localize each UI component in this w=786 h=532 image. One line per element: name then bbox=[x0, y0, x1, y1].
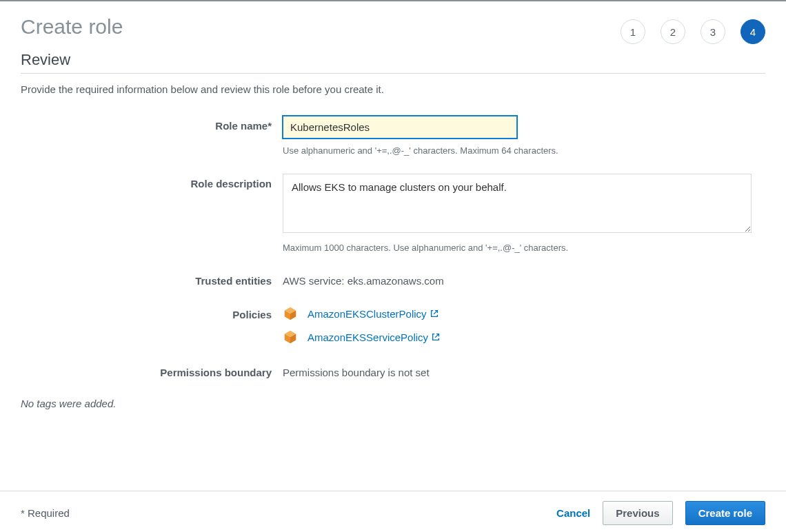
role-description-input[interactable]: Allows EKS to manage clusters on your be… bbox=[283, 174, 752, 233]
policy-link-text: AmazonEKSServicePolicy bbox=[308, 331, 428, 343]
permissions-boundary-value: Permissions boundary is not set bbox=[283, 362, 765, 378]
policy-item: AmazonEKSServicePolicy bbox=[283, 329, 765, 345]
wizard-stepper: 1 2 3 4 bbox=[621, 15, 765, 44]
step-2[interactable]: 2 bbox=[661, 19, 685, 44]
tags-note: No tags were added. bbox=[21, 398, 765, 409]
section-subtitle: Provide the required information below a… bbox=[21, 83, 765, 95]
section-title: Review bbox=[21, 51, 765, 73]
permissions-boundary-label: Permissions boundary bbox=[21, 362, 283, 378]
role-name-hint: Use alphanumeric and '+=,.@-_' character… bbox=[283, 145, 765, 156]
policy-link[interactable]: AmazonEKSServicePolicy bbox=[308, 331, 441, 343]
policy-box-icon bbox=[283, 306, 298, 321]
step-4[interactable]: 4 bbox=[740, 19, 765, 44]
external-link-icon bbox=[430, 309, 439, 318]
divider bbox=[21, 73, 765, 74]
cancel-button[interactable]: Cancel bbox=[556, 507, 590, 519]
policy-box-icon bbox=[283, 329, 298, 345]
trusted-entities-label: Trusted entities bbox=[21, 271, 283, 287]
role-description-hint: Maximum 1000 characters. Use alphanumeri… bbox=[283, 243, 765, 253]
step-1[interactable]: 1 bbox=[621, 19, 645, 44]
role-name-label: Role name* bbox=[21, 116, 283, 132]
policies-label: Policies bbox=[21, 305, 283, 320]
role-name-input[interactable] bbox=[283, 116, 517, 139]
policy-link-text: AmazonEKSClusterPolicy bbox=[308, 308, 427, 320]
policy-item: AmazonEKSClusterPolicy bbox=[283, 306, 765, 321]
page-title: Create role bbox=[21, 15, 123, 39]
role-description-label: Role description bbox=[21, 174, 283, 190]
external-link-icon bbox=[431, 332, 441, 342]
previous-button[interactable]: Previous bbox=[603, 501, 672, 525]
trusted-entities-value: AWS service: eks.amazonaws.com bbox=[283, 271, 765, 287]
policy-link[interactable]: AmazonEKSClusterPolicy bbox=[308, 308, 439, 320]
footer-bar: * Required Cancel Previous Create role bbox=[0, 491, 786, 532]
step-3[interactable]: 3 bbox=[701, 19, 725, 44]
required-note: * Required bbox=[21, 507, 70, 519]
create-role-button[interactable]: Create role bbox=[685, 501, 765, 525]
